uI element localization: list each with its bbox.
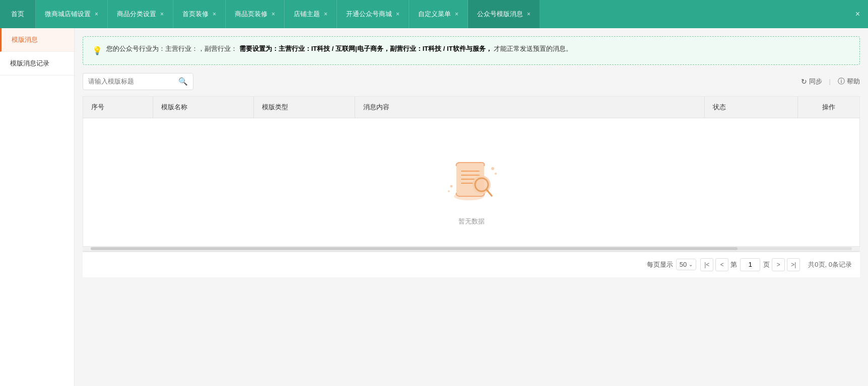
nav-tab-store-theme[interactable]: 店铺主题× xyxy=(285,0,337,28)
help-icon: ⓘ xyxy=(838,77,845,86)
page-navigation: |< < 第 页 > >| xyxy=(700,258,800,271)
svg-point-11 xyxy=(448,190,450,192)
empty-state: 暂无数据 xyxy=(83,118,859,246)
sidebar-item-template-message-record[interactable]: 模版消息记录 xyxy=(0,52,74,75)
close-icon-category-settings[interactable]: × xyxy=(160,11,164,18)
main-layout: 模版消息模版消息记录 💡 您的公众号行业为：主营行业：，副营行业： 需要设置为：… xyxy=(0,28,868,386)
page-size-select-box[interactable]: 50 ⌄ xyxy=(676,259,696,270)
search-input[interactable] xyxy=(88,78,178,85)
sidebar-item-template-message[interactable]: 模版消息 xyxy=(0,28,74,52)
page-size-value: 50 xyxy=(680,261,687,268)
first-page-button[interactable]: |< xyxy=(700,258,713,271)
close-icon-template-msg[interactable]: × xyxy=(527,11,530,18)
svg-point-8 xyxy=(491,167,494,170)
svg-line-7 xyxy=(487,190,492,196)
col-name: 模版名称 xyxy=(153,96,254,118)
toolbar-divider: | xyxy=(829,78,831,85)
content-area: 💡 您的公众号行业为：主营行业：，副营行业： 需要设置为：主营行业：IT科技 /… xyxy=(75,28,868,386)
sidebar: 模版消息模版消息记录 xyxy=(0,28,75,386)
nav-tab-home[interactable]: 首页 xyxy=(0,0,36,28)
empty-text: 暂无数据 xyxy=(458,217,485,226)
notice-text: 您的公众号行业为：主营行业：，副营行业： 需要设置为：主营行业：IT科技 / 互… xyxy=(106,44,572,54)
top-nav-bar: 首页微商城店铺设置×商品分类设置×首页装修×商品页装修×店铺主题×开通公众号商城… xyxy=(0,0,868,28)
notice-box: 💡 您的公众号行业为：主营行业：，副营行业： 需要设置为：主营行业：IT科技 /… xyxy=(83,36,860,65)
next-page-button[interactable]: > xyxy=(772,258,785,271)
nav-tab-open-mall[interactable]: 开通公众号商城× xyxy=(337,0,409,28)
close-icon-home-decor[interactable]: × xyxy=(213,11,216,18)
svg-point-10 xyxy=(450,185,452,187)
sync-button[interactable]: ↻ 同步 xyxy=(801,77,822,86)
sync-icon: ↻ xyxy=(801,78,807,86)
toolbar-right: ↻ 同步 | ⓘ 帮助 xyxy=(801,77,860,86)
scrollbar-area[interactable] xyxy=(83,247,860,252)
page-number-input[interactable] xyxy=(740,258,760,271)
empty-row: 暂无数据 xyxy=(83,118,860,246)
col-status: 状态 xyxy=(704,96,797,118)
nav-tab-template-msg[interactable]: 公众号模版消息× xyxy=(468,0,540,28)
close-icon-store-settings[interactable]: × xyxy=(95,11,98,18)
search-icon[interactable]: 🔍 xyxy=(178,77,188,86)
svg-point-9 xyxy=(495,173,497,175)
nav-tab-product-decor[interactable]: 商品页装修× xyxy=(226,0,285,28)
nav-tab-category-settings[interactable]: 商品分类设置× xyxy=(108,0,173,28)
page-label: 第 xyxy=(730,260,737,269)
close-icon-store-theme[interactable]: × xyxy=(324,11,327,18)
search-input-wrap[interactable]: 🔍 xyxy=(83,73,193,90)
notice-icon: 💡 xyxy=(92,44,102,57)
chevron-down-icon: ⌄ xyxy=(689,262,693,267)
close-icon-open-mall[interactable]: × xyxy=(396,11,399,18)
table-header-row: 序号 模版名称 模版类型 消息内容 状态 操作 xyxy=(83,96,860,118)
empty-illustration xyxy=(441,148,502,209)
total-info: 共0页, 0条记录 xyxy=(808,260,852,269)
prev-page-button[interactable]: < xyxy=(715,258,728,271)
scrollbar-thumb[interactable] xyxy=(91,247,738,250)
nav-tab-home-decor[interactable]: 首页装修× xyxy=(173,0,226,28)
page-size-selector: 每页显示 50 ⌄ xyxy=(647,259,696,270)
last-page-button[interactable]: >| xyxy=(787,258,800,271)
close-icon-custom-menu[interactable]: × xyxy=(455,11,458,18)
help-button[interactable]: ⓘ 帮助 xyxy=(838,77,860,86)
col-action: 操作 xyxy=(797,96,859,118)
page-input-wrap: 第 页 xyxy=(730,258,770,271)
col-type: 模版类型 xyxy=(254,96,355,118)
data-table: 序号 模版名称 模版类型 消息内容 状态 操作 xyxy=(83,96,860,247)
nav-tab-custom-menu[interactable]: 自定义菜单× xyxy=(409,0,468,28)
page-unit: 页 xyxy=(763,260,770,269)
close-icon-product-decor[interactable]: × xyxy=(272,11,275,18)
global-close-button[interactable]: × xyxy=(855,10,860,19)
page-size-label: 每页显示 xyxy=(647,260,673,269)
nav-tab-store-settings[interactable]: 微商城店铺设置× xyxy=(36,0,108,28)
col-index: 序号 xyxy=(83,96,153,118)
scrollbar-track[interactable] xyxy=(91,247,852,250)
col-content: 消息内容 xyxy=(355,96,704,118)
search-bar: 🔍 ↻ 同步 | ⓘ 帮助 xyxy=(83,73,860,90)
pagination: 每页显示 50 ⌄ |< < 第 页 > >| 共0页, 0条记录 xyxy=(83,252,860,277)
